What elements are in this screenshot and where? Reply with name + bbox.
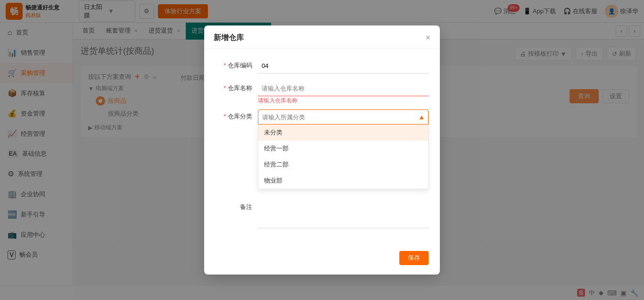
name-input[interactable]: [258, 81, 429, 96]
name-error-tip: 请输入仓库名称: [258, 97, 297, 105]
required-star-2: *: [223, 84, 226, 92]
category-label: * 仓库分类: [215, 109, 258, 121]
dropdown-option-dept3[interactable]: 物业部: [258, 173, 428, 189]
dialog-title: 新增仓库: [214, 40, 244, 43]
code-input[interactable]: [258, 58, 429, 74]
dialog-overlay: 新增仓库 × * 仓库编码: [73, 40, 644, 300]
content-area: 首页 账套管理 × 进货退货 × 进货单统计表（按商品） × ‹ ›: [73, 23, 644, 300]
dialog-footer: 保存: [204, 245, 440, 275]
dropdown-option-dept1[interactable]: 经营一部: [258, 141, 428, 157]
page-content: 进货单统计(按商品) 🖨 按模板打印 ▼ ↑ 导出 ↺: [73, 40, 644, 300]
warehouse-note-row: 备注: [215, 200, 429, 228]
warehouse-name-row: * 仓库名称 请输入仓库名称: [215, 81, 429, 96]
category-input[interactable]: [258, 109, 429, 125]
category-dropdown-list: 未分类 经营一部 经营二部 物业部: [258, 125, 429, 189]
warehouse-code-row: * 仓库编码: [215, 58, 429, 74]
category-dropdown-wrapper: ▲ 未分类 经营一部 经营二部 物业部: [258, 109, 429, 125]
code-label: * 仓库编码: [215, 58, 258, 70]
add-warehouse-dialog: 新增仓库 × * 仓库编码: [204, 40, 440, 275]
main-layout: ⌂ 首页 📊 销售管理 🛒 采购管理 📦 库存核算 💰 资金管理 📈 经营管理 …: [0, 23, 644, 300]
required-star-3: *: [223, 113, 226, 120]
note-input[interactable]: [258, 200, 429, 228]
required-star: *: [223, 62, 226, 69]
save-button[interactable]: 保存: [399, 251, 429, 265]
dialog-close-button[interactable]: ×: [425, 40, 430, 43]
dialog-header: 新增仓库 ×: [204, 40, 440, 49]
dropdown-option-dept2[interactable]: 经营二部: [258, 157, 428, 173]
dropdown-option-uncategorized[interactable]: 未分类: [258, 125, 428, 141]
note-label: 备注: [215, 200, 258, 211]
warehouse-category-row: * 仓库分类 ▲ 未分类 经营一部 经营二部 物业部: [215, 109, 429, 125]
name-label: * 仓库名称: [215, 81, 258, 92]
dropdown-arrow-icon[interactable]: ▲: [418, 113, 425, 121]
dialog-body: * 仓库编码 * 仓库名称: [204, 49, 440, 245]
